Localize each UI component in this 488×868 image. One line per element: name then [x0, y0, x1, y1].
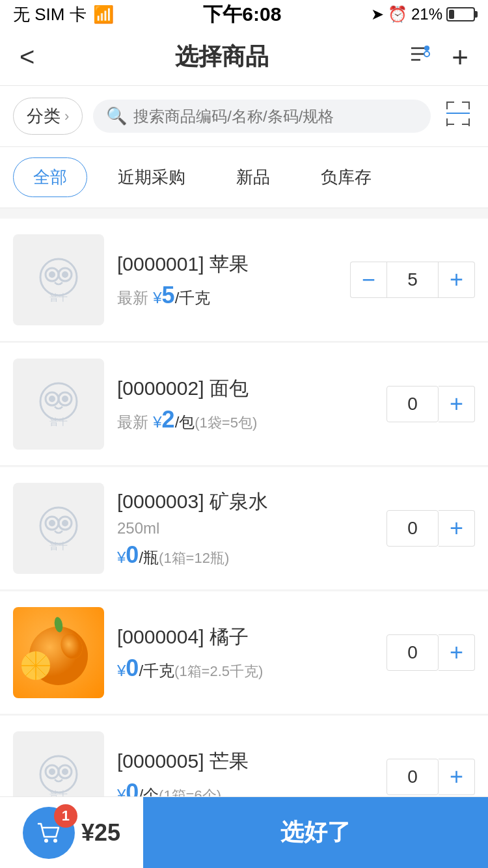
product-item: 普十 [0000001] 苹果 最新 ¥5/千克 − +	[0, 219, 488, 342]
qty-plus-button-2[interactable]: +	[439, 386, 475, 422]
back-button[interactable]: <	[20, 42, 34, 72]
search-bar: 分类 › 🔍	[0, 86, 488, 147]
header-actions: +	[409, 41, 468, 74]
product-list: 普十 [0000001] 苹果 最新 ¥5/千克 − +	[0, 219, 488, 868]
svg-rect-10	[446, 118, 448, 126]
carrier-label: 无 SIM 卡	[13, 3, 87, 26]
svg-point-4	[424, 51, 429, 57]
qty-control-2: +	[386, 386, 475, 422]
product-item: 普十 [0000002] 面包 最新 ¥2/包(1袋=5包) +	[0, 343, 488, 466]
wifi-icon: 📶	[93, 5, 114, 25]
tab-recent-purchase[interactable]: 近期采购	[98, 157, 206, 197]
confirm-button[interactable]: 选好了	[143, 797, 488, 869]
qty-input-2[interactable]	[386, 386, 439, 422]
qty-control-1: − +	[350, 262, 475, 298]
product-price-2: 最新 ¥2/包(1袋=5包)	[117, 406, 373, 433]
owl-logo-icon: 普十	[13, 483, 104, 574]
svg-point-24	[62, 396, 68, 402]
svg-point-46	[62, 768, 68, 775]
product-item: [0000004] 橘子 ¥0/千克(1箱=2.5千克) +	[0, 591, 488, 714]
product-info-3: [0000003] 矿泉水 250ml ¥0/瓶(1箱=12瓶)	[117, 489, 373, 569]
qty-input-4[interactable]	[386, 634, 439, 671]
chevron-right-icon: ›	[64, 108, 69, 125]
product-info-1: [0000001] 苹果 最新 ¥5/千克	[117, 251, 337, 309]
bottom-bar: 1 ¥25 选好了	[0, 796, 488, 868]
qty-plus-button-3[interactable]: +	[439, 510, 475, 547]
qty-minus-button-1[interactable]: −	[350, 262, 386, 298]
product-info-2: [0000002] 面包 最新 ¥2/包(1袋=5包)	[117, 375, 373, 433]
svg-point-61	[53, 839, 57, 843]
search-input[interactable]	[133, 107, 418, 126]
svg-rect-12	[468, 118, 470, 126]
svg-point-29	[49, 520, 55, 526]
qty-plus-button-1[interactable]: +	[439, 262, 475, 298]
alarm-icon: ⏰	[388, 5, 407, 23]
cart-button[interactable]: 1	[23, 807, 75, 859]
svg-point-30	[62, 520, 68, 526]
svg-point-60	[44, 839, 48, 843]
tab-all[interactable]: 全部	[13, 157, 87, 197]
status-bar: 无 SIM 卡 📶 下午6:08 ➤ ⏰ 21%	[0, 0, 488, 29]
status-left: 无 SIM 卡 📶	[13, 3, 114, 26]
search-icon: 🔍	[106, 106, 127, 126]
product-name-2: [0000002] 面包	[117, 375, 373, 401]
add-button[interactable]: +	[452, 41, 468, 74]
svg-text:普十: 普十	[49, 541, 68, 551]
svg-rect-8	[468, 102, 470, 109]
status-time: 下午6:08	[203, 1, 281, 28]
tab-new-products[interactable]: 新品	[216, 157, 290, 197]
svg-point-23	[49, 396, 55, 402]
product-item: 普十 [0000003] 矿泉水 250ml ¥0/瓶(1箱=12瓶) +	[0, 467, 488, 590]
svg-rect-6	[446, 102, 448, 109]
qty-control-3: +	[386, 510, 475, 547]
qty-control-4: +	[386, 634, 475, 671]
svg-text:普十: 普十	[49, 416, 68, 427]
qty-plus-button-4[interactable]: +	[439, 634, 475, 671]
header: < 选择商品 +	[0, 29, 488, 86]
cart-badge: 1	[54, 804, 77, 828]
product-image-4	[13, 607, 104, 698]
svg-point-17	[49, 271, 55, 278]
product-image-3: 普十	[13, 483, 104, 574]
page-title: 选择商品	[175, 41, 269, 73]
location-icon: ➤	[371, 5, 384, 23]
category-button[interactable]: 分类 ›	[13, 98, 83, 135]
product-info-4: [0000004] 橘子 ¥0/千克(1箱=2.5千克)	[117, 624, 373, 682]
tab-negative-stock[interactable]: 负库存	[301, 157, 392, 197]
filter-icon[interactable]	[409, 42, 432, 72]
product-name-4: [0000004] 橘子	[117, 624, 373, 649]
search-field-wrap[interactable]: 🔍	[93, 100, 431, 133]
product-image-1: 普十	[13, 234, 104, 325]
scan-button[interactable]	[441, 99, 475, 133]
product-image-2: 普十	[13, 359, 104, 450]
product-price-4: ¥0/千克(1箱=2.5千克)	[117, 655, 373, 682]
qty-input-3[interactable]	[386, 510, 439, 547]
qty-input-5[interactable]	[386, 759, 439, 795]
product-spec-3: 250ml	[117, 519, 373, 537]
status-right: ➤ ⏰ 21%	[371, 5, 475, 23]
battery-icon	[446, 7, 475, 21]
product-name-1: [0000001] 苹果	[117, 251, 337, 277]
owl-logo-icon: 普十	[13, 234, 104, 325]
svg-point-45	[49, 768, 55, 775]
product-name-3: [0000003] 矿泉水	[117, 489, 373, 514]
cart-total: ¥25	[81, 819, 120, 847]
qty-plus-button-5[interactable]: +	[439, 759, 475, 795]
svg-text:普十: 普十	[49, 292, 68, 303]
cart-area: 1 ¥25	[0, 807, 143, 859]
battery-label: 21%	[411, 5, 442, 23]
product-price-3: ¥0/瓶(1箱=12瓶)	[117, 541, 373, 569]
svg-point-18	[62, 271, 68, 278]
svg-rect-13	[446, 113, 470, 114]
qty-control-5: +	[386, 759, 475, 795]
divider	[0, 208, 488, 219]
product-name-5: [0000005] 芒果	[117, 748, 373, 774]
owl-logo-icon: 普十	[13, 359, 104, 450]
product-price-1: 最新 ¥5/千克	[117, 282, 337, 309]
tab-bar: 全部 近期采购 新品 负库存	[0, 147, 488, 208]
svg-point-3	[424, 46, 429, 51]
qty-input-1[interactable]	[386, 262, 439, 298]
